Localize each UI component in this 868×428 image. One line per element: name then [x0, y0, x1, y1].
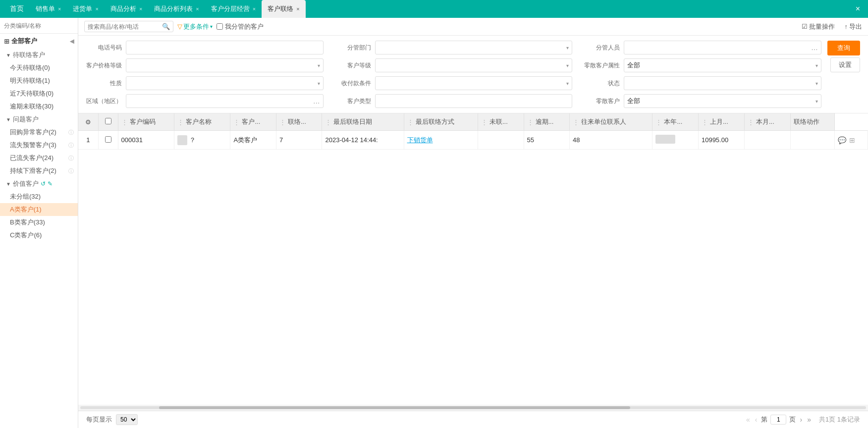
export-button[interactable]: ↑ 导出 — [845, 22, 863, 31]
sidebar-item-ungrouped[interactable]: 未分组(32) — [0, 190, 78, 203]
sidebar-group-value[interactable]: ▼ 价值客户 ↺ ✎ — [0, 177, 78, 190]
page-size-select[interactable]: 50 — [116, 414, 138, 425]
first-page-btn[interactable]: « — [745, 416, 751, 424]
th-overdue[interactable]: 逾期... — [524, 113, 570, 131]
customer-table-wrapper: ⚙ 客户编码 客户名称 客户... — [78, 113, 868, 405]
chat-icon[interactable]: 💬 — [838, 136, 846, 144]
retail-attr-arrow: ▾ — [815, 63, 818, 68]
filter-row-4: 区域（地区） … 客户类型 — [86, 94, 821, 108]
close-tab-analysis[interactable]: × — [139, 6, 142, 12]
filter-region-input[interactable]: … — [126, 94, 324, 108]
search-input[interactable] — [88, 23, 160, 30]
row-checkbox[interactable] — [105, 136, 111, 143]
search-icon[interactable]: 🔍 — [162, 23, 170, 30]
close-tab-sales[interactable]: × — [58, 6, 61, 12]
sidebar-item-churned[interactable]: 已流失客户(24) ⓘ — [0, 152, 78, 164]
filter-row-1: 电话号码 分管部门 ▾ 分管人员 — [86, 41, 821, 54]
th-last-month[interactable]: 上月... — [698, 113, 744, 131]
my-customers-checkbox[interactable] — [217, 23, 223, 30]
batch-op-button[interactable]: ☑ 批量操作 — [802, 22, 835, 31]
sidebar: 🔍 ⊞ 全部客户 ◀ ▼ 待联络客户 今天待联络(0) 明天待联络(1) 近7天… — [0, 18, 78, 428]
nav-tab-analysis[interactable]: 商品分析 × — [105, 0, 148, 18]
sidebar-group-pending[interactable]: ▼ 待联络客户 — [0, 49, 78, 61]
sidebar-item-overdue[interactable]: 逾期未联络(30) — [0, 100, 78, 113]
close-tab-customer-contact[interactable]: × — [296, 6, 299, 12]
more-filters-button[interactable]: ▽ 更多条件 ▾ — [177, 22, 213, 31]
setting-button[interactable]: 设置 — [830, 57, 860, 72]
filter-customer-level-input[interactable]: ▾ — [375, 58, 573, 72]
sidebar-item-tomorrow[interactable]: 明天待联络(1) — [0, 74, 78, 87]
filter-retail-attr-input[interactable]: 全部 ▾ — [624, 58, 821, 72]
name-cell: ？ — [177, 135, 227, 145]
sidebar-item-b-class[interactable]: B类客户(33) — [0, 216, 78, 229]
next-page-btn[interactable]: › — [799, 416, 803, 424]
info-icon-3: ⓘ — [68, 155, 74, 162]
sidebar-search-input[interactable] — [4, 22, 78, 29]
payment-arrow: ▾ — [566, 81, 569, 86]
sidebar-item-repurchase[interactable]: 回购异常客户(2) ⓘ — [0, 126, 78, 139]
th-not-contacted[interactable]: 未联... — [478, 113, 524, 131]
filter-payment-input[interactable]: ▾ — [375, 76, 573, 90]
filter-status-input[interactable]: ▾ — [624, 76, 821, 90]
scrollbar-thumb[interactable] — [159, 406, 631, 409]
triangle-icon: ▼ — [6, 53, 11, 58]
prev-page-btn[interactable]: ‹ — [754, 416, 759, 424]
sidebar-item-7days[interactable]: 近7天待联络(0) — [0, 87, 78, 100]
sidebar-item-c-class[interactable]: C类客户(6) — [0, 229, 78, 242]
last-page-btn[interactable]: » — [806, 416, 812, 424]
sidebar-group-problem[interactable]: ▼ 问题客户 — [0, 113, 78, 126]
close-tab-customer-tier[interactable]: × — [253, 6, 256, 12]
nav-tab-purchase[interactable]: 进货单 × — [67, 0, 104, 18]
th-contacts[interactable]: 往来单位联系人 — [570, 113, 652, 131]
nav-tab-sales[interactable]: 销售单 × — [30, 0, 67, 18]
last-method-link[interactable]: 下销货单 — [407, 136, 433, 144]
page-label: 第 — [761, 415, 767, 424]
td-name: ？ — [174, 131, 230, 150]
filter-phone: 电话号码 — [86, 41, 324, 54]
search-button[interactable]: 查询 — [827, 41, 860, 55]
all-customers-header[interactable]: ⊞ 全部客户 ◀ — [0, 34, 78, 49]
collapse-sidebar-icon[interactable]: ◀ — [70, 38, 74, 45]
th-customer-type[interactable]: 客户... — [230, 113, 276, 131]
filter-manager-input[interactable]: … — [624, 41, 821, 54]
batch-icon: ☑ — [802, 23, 808, 30]
sidebar-item-today[interactable]: 今天待联络(0) — [0, 61, 78, 74]
page-input[interactable] — [770, 415, 786, 425]
grid-action-icon[interactable]: ⊞ — [849, 136, 855, 144]
select-all-checkbox[interactable] — [105, 118, 111, 124]
filter-icon: ▽ — [177, 23, 182, 30]
sidebar-item-churn-warning[interactable]: 流失预警客户(3) ⓘ — [0, 139, 78, 152]
filter-phone-input[interactable] — [126, 41, 324, 54]
th-name[interactable]: 客户名称 — [174, 113, 230, 131]
th-contact-count[interactable]: 联络... — [276, 113, 322, 131]
close-all-button[interactable]: × — [852, 4, 864, 13]
nav-tab-analysis-list[interactable]: 商品分析列表 × — [148, 0, 205, 18]
th-this-month[interactable]: 本月... — [745, 113, 791, 131]
edit-icon[interactable]: ✎ — [48, 180, 53, 187]
th-last-contact-date[interactable]: 最后联络日期 — [322, 113, 404, 131]
filter-customer-type-input[interactable] — [375, 94, 573, 108]
nav-tab-customer-tier[interactable]: 客户分层经营 × — [205, 0, 262, 18]
sidebar-item-declining[interactable]: 持续下滑客户(2) ⓘ — [0, 164, 78, 177]
filter-nature-input[interactable]: ▾ — [126, 76, 324, 90]
th-code[interactable]: 客户编码 — [118, 113, 174, 131]
close-tab-analysis-list[interactable]: × — [196, 6, 199, 12]
horizontal-scrollbar[interactable] — [78, 405, 868, 411]
th-settings[interactable]: ⚙ — [78, 113, 98, 131]
close-tab-purchase[interactable]: × — [95, 6, 98, 12]
td-this-year: 10995.00 — [698, 131, 744, 150]
settings-icon[interactable]: ⚙ — [85, 118, 91, 126]
sidebar-item-a-class[interactable]: A类客户(1) — [0, 203, 78, 216]
td-customer-type: A类客户 — [230, 131, 276, 150]
filter-price-level-input[interactable]: ▾ — [126, 58, 324, 72]
filter-dept-input[interactable]: ▾ — [375, 41, 573, 54]
table-header-row: ⚙ 客户编码 客户名称 客户... — [78, 113, 868, 131]
info-icon-4: ⓘ — [68, 167, 74, 175]
th-this-year[interactable]: 本年... — [652, 113, 699, 131]
nav-tab-customer-contact[interactable]: 客户联络 × — [262, 0, 305, 18]
td-seq: 1 — [78, 131, 98, 150]
filter-retail-input[interactable]: 全部 ▾ — [624, 94, 821, 108]
th-last-contact-method[interactable]: 最后联络方式 — [404, 113, 478, 131]
refresh-icon[interactable]: ↺ — [41, 180, 46, 187]
nav-home[interactable]: 首页 — [4, 0, 30, 18]
